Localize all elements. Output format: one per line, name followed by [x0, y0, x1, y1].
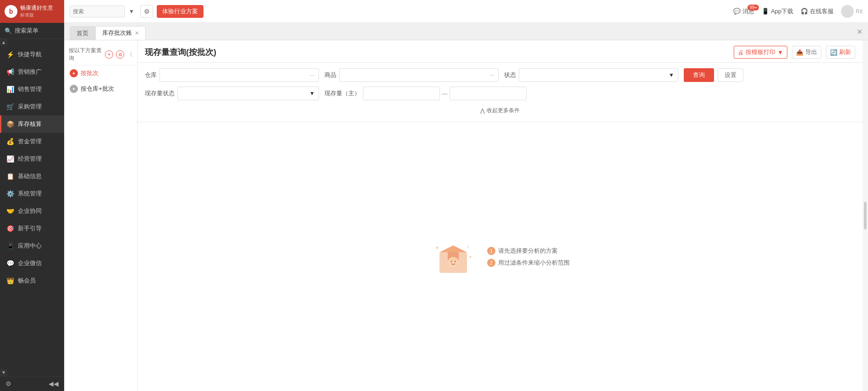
- chevron-up-icon: ⋀: [480, 108, 485, 114]
- app-download-btn[interactable]: 📱 App下载: [762, 7, 793, 16]
- settings-scheme-btn[interactable]: ⚙: [116, 50, 124, 59]
- online-service-btn[interactable]: 🎧 在线客服: [801, 7, 834, 16]
- filter-status: 状态 ▼: [504, 68, 678, 82]
- goods-input[interactable]: [340, 72, 485, 78]
- collapse-sidebar-icon[interactable]: ◀◀: [49, 380, 59, 387]
- export-btn[interactable]: 📤 导出: [792, 46, 821, 59]
- tip-text-1: 请先选择要分析的方案: [498, 247, 558, 255]
- sidebar-item-label: 采购管理: [18, 103, 42, 111]
- empty-box-svg: [430, 234, 476, 280]
- sidebar-item-basic[interactable]: 📋 基础信息: [0, 168, 64, 185]
- sidebar-item-new-guide[interactable]: 🎯 新手引导: [0, 220, 64, 237]
- sidebar-item-inventory[interactable]: 📦 库存核算: [0, 115, 64, 133]
- page-content: 按以下方案查询 + ⚙ 《 ● 按批次: [64, 40, 868, 391]
- scheme-item-batch[interactable]: ● 按批次: [64, 65, 137, 81]
- sales-icon: 📊: [6, 85, 14, 93]
- sidebar-item-member[interactable]: 👑 畅会员: [0, 272, 64, 289]
- sidebar-item-label: 库存核算: [18, 120, 42, 128]
- add-scheme-btn[interactable]: +: [105, 50, 113, 59]
- goods-input-box: ···: [339, 68, 499, 82]
- stock-qty-min[interactable]: [363, 87, 440, 100]
- query-buttons: 查询 设置: [684, 68, 743, 82]
- export-icon: 📤: [796, 49, 803, 56]
- export-label: 导出: [805, 48, 817, 56]
- topbar-dropdown-btn[interactable]: ▼: [126, 6, 137, 16]
- filter-stock-status: 现存量状态 ▼: [145, 87, 319, 100]
- settings-icon[interactable]: ⚙: [5, 380, 11, 387]
- collapse-left-panel-btn[interactable]: 《: [127, 51, 132, 59]
- sidebar-items-container: ⚡ 快捷导航 📢 营销推广 📊 销售管理 🛒 采购管理 📦 库存核算 💰 资金管…: [0, 46, 64, 369]
- basic-icon: 📋: [6, 172, 14, 180]
- sidebar-item-marketing[interactable]: 📢 营销推广: [0, 63, 64, 81]
- operations-icon: 📈: [6, 155, 14, 163]
- trial-button[interactable]: 体验行业方案: [157, 5, 203, 18]
- stock-qty-max[interactable]: [450, 87, 527, 100]
- settings-button[interactable]: 设置: [718, 68, 743, 82]
- stock-status-select[interactable]: ▼: [177, 87, 319, 100]
- sidebar-item-label: 畅会员: [18, 277, 36, 285]
- side-scrollbar[interactable]: [863, 40, 868, 391]
- warehouse-label: 仓库: [145, 71, 157, 79]
- page-header-actions: 🖨 按模板打印 ▼ 📤 导出 🔄 刷新: [734, 46, 855, 59]
- filter-row-1: 仓库 ··· 商品 ···: [145, 68, 855, 82]
- sidebar-item-label: 应用中心: [18, 242, 42, 250]
- stock-qty-range: —: [363, 87, 527, 100]
- sidebar-item-app-center[interactable]: 📱 应用中心: [0, 237, 64, 255]
- app-download-icon: 📱: [762, 8, 769, 15]
- empty-tip-2: 2 用过滤条件来缩小分析范围: [487, 259, 570, 267]
- svg-point-3: [448, 257, 459, 268]
- topbar-gear-btn[interactable]: ⚙: [140, 5, 153, 18]
- refresh-btn[interactable]: 🔄 刷新: [826, 46, 855, 59]
- quick-nav-icon: ⚡: [6, 50, 14, 59]
- svg-point-7: [467, 246, 469, 248]
- message-btn[interactable]: 💬 消息 99+: [733, 7, 754, 16]
- refresh-label: 刷新: [839, 48, 851, 56]
- topbar-search-area: ▼: [70, 5, 137, 17]
- sidebar-item-enterprise-collab[interactable]: 🤝 企业协同: [0, 202, 64, 220]
- sidebar-item-sales[interactable]: 📊 销售管理: [0, 81, 64, 98]
- scroll-down-btn[interactable]: ▼: [0, 369, 7, 376]
- enterprise-collab-icon: 🤝: [6, 207, 14, 215]
- warehouse-input[interactable]: [160, 72, 306, 78]
- tab-close-icon[interactable]: ✕: [135, 31, 139, 36]
- sidebar-item-quick-nav[interactable]: ⚡ 快捷导航: [0, 46, 64, 63]
- sidebar-item-finance[interactable]: 💰 资金管理: [0, 133, 64, 150]
- scrollbar-thumb: [864, 202, 867, 229]
- sidebar-header: b 畅康通好生意 标准版: [0, 0, 64, 23]
- status-dropdown-icon: ▼: [669, 72, 674, 78]
- query-button[interactable]: 查询: [684, 68, 714, 82]
- collapse-more-label: 收起更多条件: [487, 107, 520, 114]
- warehouse-more-icon[interactable]: ···: [306, 69, 319, 81]
- new-guide-icon: 🎯: [6, 224, 14, 233]
- sidebar-search[interactable]: 🔍 搜索菜单: [0, 23, 64, 39]
- filter-goods: 商品 ···: [324, 68, 499, 82]
- scheme-item-warehouse-batch[interactable]: ● 按仓库+批次: [64, 81, 137, 97]
- range-separator: —: [442, 90, 448, 97]
- user-avatar[interactable]: Rit: [841, 5, 863, 18]
- stock-qty-label: 现存量（主）: [324, 89, 360, 98]
- sidebar-item-label: 销售管理: [18, 85, 42, 93]
- avatar-circle: [841, 5, 854, 18]
- close-all-tabs-icon[interactable]: ✕: [857, 27, 863, 36]
- tabbar: 首页 库存批次账 ✕ ✕: [64, 23, 868, 40]
- status-select[interactable]: ▼: [519, 68, 678, 82]
- tab-batch-account[interactable]: 库存批次账 ✕: [95, 26, 146, 40]
- sidebar-item-system[interactable]: ⚙️ 系统管理: [0, 185, 64, 202]
- goods-more-icon[interactable]: ···: [485, 69, 498, 81]
- sidebar-item-operations[interactable]: 📈 经营管理: [0, 150, 64, 168]
- main-area: ▼ ⚙ 体验行业方案 💬 消息 99+ 📱 App下载 🎧 在线客服 Rit: [64, 0, 868, 391]
- topbar-search-input[interactable]: [70, 5, 125, 17]
- sidebar-brand: 畅康通好生意 标准版: [20, 5, 60, 18]
- page-title: 现存量查询(按批次): [145, 47, 216, 58]
- sidebar-item-label: 企业微信: [18, 259, 42, 267]
- filter-row-2: 现存量状态 ▼ 现存量（主） —: [145, 87, 855, 100]
- sidebar-item-purchase[interactable]: 🛒 采购管理: [0, 98, 64, 115]
- print-btn[interactable]: 🖨 按模板打印 ▼: [734, 46, 787, 59]
- tab-home[interactable]: 首页: [70, 26, 95, 40]
- sidebar-item-enterprise-wechat[interactable]: 💬 企业微信: [0, 255, 64, 272]
- scroll-up-btn[interactable]: ▲: [0, 39, 7, 46]
- svg-point-4: [451, 261, 452, 262]
- left-panel-header: 按以下方案查询 + ⚙ 《: [64, 44, 137, 65]
- sidebar-item-label: 快捷导航: [18, 50, 42, 59]
- collapse-more-btn[interactable]: ⋀ 收起更多条件: [145, 105, 855, 116]
